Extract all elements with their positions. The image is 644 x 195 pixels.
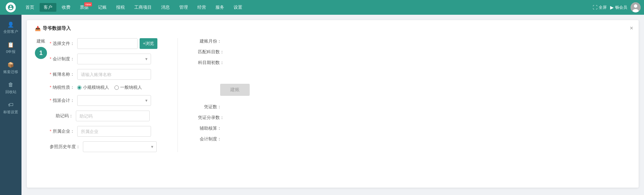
form-column-right: 建账月份： 匹配科目数： 科目期初数： 建账	[198, 38, 272, 152]
history-label: 参照历史年度：	[50, 144, 80, 150]
aux-row: 辅助核算：	[198, 125, 272, 131]
panel-title-text: 导爷数据导入	[43, 25, 71, 31]
accounting-select[interactable]	[77, 54, 151, 64]
tax-general-input[interactable]	[114, 85, 119, 90]
nav-item-operation[interactable]: 经营	[193, 3, 210, 12]
form-step: 建账 1	[35, 38, 50, 152]
accounting-row: * 会计制度： ▼	[50, 54, 157, 64]
sidebar-item-recycle[interactable]: 🗑 回收站	[0, 78, 21, 97]
member-btn[interactable]: ▶ 畅会员	[610, 5, 627, 10]
period-row: 科目期初数：	[198, 60, 272, 66]
sidebar-item-all-customers[interactable]: 👤 全部客户	[0, 18, 21, 37]
accountant-select[interactable]	[77, 95, 151, 106]
user-avatar[interactable]	[631, 2, 641, 12]
voucher-row: 凭证数：	[198, 104, 272, 110]
file-label: * 选择文件：	[50, 41, 75, 47]
tax-radio-group: 小规模纳税人 一般纳税人	[77, 84, 142, 90]
member-label: 畅会员	[615, 5, 627, 10]
history-select-wrapper: ▼	[83, 141, 157, 152]
nav-item-customer[interactable]: 客户	[40, 3, 56, 12]
step-circle: 1	[35, 47, 47, 59]
accountant-select-wrapper: ▼	[77, 95, 151, 106]
nav-item-home[interactable]: 首页	[21, 3, 38, 12]
nav-item-message[interactable]: 消息	[157, 3, 174, 12]
company-label: * 所属企业：	[50, 128, 75, 134]
migration-icon: 📦	[7, 61, 14, 68]
month-row: 建账月份：	[198, 38, 272, 44]
fullscreen-label: 全屏	[599, 5, 607, 10]
fullscreen-icon: ⛶	[593, 5, 597, 10]
accounting-label: * 会计制度：	[50, 56, 75, 62]
voucher-label: 凭证数：	[198, 104, 221, 110]
accountant-label: * 指派会计：	[50, 97, 75, 104]
nav-item-invoice[interactable]: 票据 new	[76, 3, 93, 12]
layout: 👤 全部客户 📋 0申报 📦 账套迁移 🗑 回收站 🏷 标签设置 📥 导爷数据导…	[0, 15, 644, 195]
tax-small-radio[interactable]: 小规模纳税人	[77, 84, 109, 90]
all-customers-icon: 👤	[7, 21, 14, 28]
top-nav-right: ⛶ 全屏 ▶ 畅会员	[593, 2, 641, 12]
file-input-row: +浏览	[77, 38, 158, 49]
tags-icon: 🏷	[7, 101, 14, 109]
tax-label: * 纳税性质：	[50, 84, 75, 90]
ledger-label: * 账簿名称：	[50, 71, 75, 77]
history-select[interactable]	[83, 141, 157, 152]
file-row: * 选择文件： +浏览	[50, 38, 157, 49]
nav-item-bookkeeping[interactable]: 记账	[94, 3, 111, 12]
sidebar-item-label: 标签设置	[3, 110, 18, 115]
browse-button[interactable]: +浏览	[140, 38, 158, 49]
file-input[interactable]	[77, 38, 138, 49]
system-label: 会计制度：	[198, 136, 221, 142]
nav-item-biz[interactable]: 工商项目	[130, 3, 156, 12]
sidebar-item-declaration[interactable]: 📋 0申报	[0, 38, 21, 57]
nav-item-admin[interactable]: 管理	[175, 3, 192, 12]
column-divider	[178, 38, 178, 152]
logo-icon	[6, 2, 16, 12]
form-columns: * 选择文件： +浏览 * 会计制度：	[50, 38, 272, 152]
company-row: * 所属企业：	[50, 126, 157, 137]
sidebar-item-migration[interactable]: 📦 账套迁移	[0, 58, 21, 77]
accounting-select-wrapper: ▼	[77, 54, 151, 64]
new-badge: new	[84, 2, 92, 6]
panel-title-icon: 📥	[35, 26, 41, 31]
logo	[3, 0, 18, 15]
sidebar-item-tags[interactable]: 🏷 标签设置	[0, 99, 21, 117]
step-label: 建账	[37, 38, 45, 44]
voucher-entries-label: 凭证分录数：	[198, 115, 224, 121]
memo-label: 助记码：	[50, 113, 73, 119]
tax-general-label: 一般纳税人	[120, 84, 142, 90]
sidebar-item-label: 全部客户	[3, 29, 18, 34]
import-panel: 📥 导爷数据导入 × 建账 1	[27, 20, 639, 188]
sidebar-item-label: 0申报	[6, 49, 15, 54]
match-row: 匹配科目数：	[198, 49, 272, 55]
tax-general-radio[interactable]: 一般纳税人	[114, 84, 142, 90]
main-content: 📥 导爷数据导入 × 建账 1	[21, 15, 644, 195]
nav-item-billing[interactable]: 收费	[58, 3, 75, 12]
tax-small-label: 小规模纳税人	[83, 84, 109, 90]
voucher-entries-row: 凭证分录数：	[198, 115, 272, 121]
form-area: 建账 1 * 选择文件： +浏览	[35, 38, 631, 152]
nav-item-settings[interactable]: 设置	[230, 3, 246, 12]
history-row: 参照历史年度： ▼	[50, 141, 157, 152]
memo-input[interactable]	[76, 111, 150, 121]
sidebar-item-label: 回收站	[5, 89, 16, 94]
company-input[interactable]	[77, 126, 151, 137]
nav-item-service[interactable]: 服务	[211, 3, 228, 12]
nav-item-tax[interactable]: 报税	[112, 3, 129, 12]
match-label: 匹配科目数：	[198, 49, 224, 55]
panel-close-button[interactable]: ×	[630, 25, 633, 32]
fullscreen-btn[interactable]: ⛶ 全屏	[593, 5, 607, 10]
system-row: 会计制度：	[198, 136, 272, 142]
nav-items: 首页 客户 收费 票据 new 记账 报税 工商项目 消息 管理 经营 服务 设…	[21, 3, 593, 12]
aux-label: 辅助核算：	[198, 125, 221, 131]
ledger-input[interactable]	[77, 69, 151, 80]
tax-small-input[interactable]	[77, 85, 82, 90]
panel-title: 📥 导爷数据导入	[35, 25, 631, 31]
tax-row: * 纳税性质： 小规模纳税人 一般纳税人	[50, 84, 157, 90]
svg-point-1	[634, 4, 637, 8]
form-column-left: * 选择文件： +浏览 * 会计制度：	[50, 38, 157, 152]
member-icon: ▶	[610, 5, 614, 10]
build-account-button[interactable]: 建账	[220, 84, 250, 96]
sidebar-item-label: 账套迁移	[3, 69, 18, 74]
sidebar: 👤 全部客户 📋 0申报 📦 账套迁移 🗑 回收站 🏷 标签设置	[0, 15, 21, 195]
declaration-icon: 📋	[7, 41, 14, 48]
